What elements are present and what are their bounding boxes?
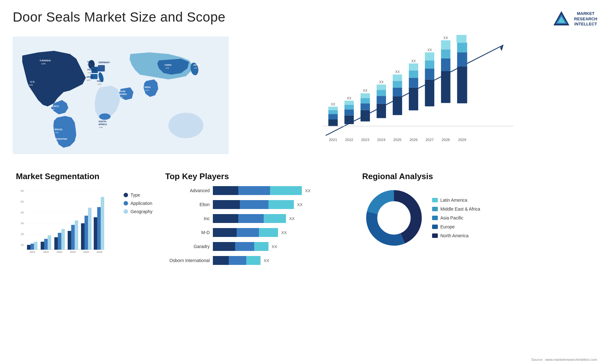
- legend-type: Type: [124, 192, 152, 198]
- players-chart: Advanced XX Elton: [165, 186, 349, 265]
- segmentation-legend: Type Application Geography: [124, 186, 152, 214]
- source-text: Source : www.marketresearchintellect.com: [531, 358, 597, 361]
- regional-legend: Latin America Middle East & Africa Asia …: [432, 198, 480, 238]
- svg-point-42: [168, 113, 203, 138]
- svg-rect-75: [409, 88, 418, 111]
- svg-text:2025: 2025: [393, 138, 402, 142]
- svg-text:XX: XX: [411, 59, 416, 63]
- svg-rect-69: [393, 96, 402, 115]
- logo-icon: [552, 10, 571, 29]
- bar-2023: 2023 XX: [361, 89, 370, 141]
- player-bar-osborn: XX: [213, 256, 349, 265]
- legend-europe-color: [432, 225, 438, 229]
- player-name-advanced: Advanced: [165, 188, 210, 193]
- player-bar-md: XX: [213, 228, 349, 237]
- svg-rect-78: [409, 64, 418, 71]
- legend-north-america-color: [432, 233, 438, 238]
- svg-text:40: 40: [21, 211, 24, 214]
- svg-rect-83: [425, 60, 434, 68]
- svg-text:ARABIA: ARABIA: [118, 93, 127, 95]
- svg-rect-84: [425, 52, 434, 60]
- svg-text:BRAZIL: BRAZIL: [55, 128, 63, 131]
- legend-north-america: North America: [432, 233, 480, 238]
- svg-text:xx%: xx%: [87, 79, 91, 81]
- svg-text:xx%: xx%: [98, 83, 101, 85]
- bottom-section: Market Segmentation 60 50 40 30 20 10: [10, 165, 600, 276]
- svg-text:xx%: xx%: [55, 131, 59, 133]
- svg-text:XX: XX: [347, 96, 351, 100]
- svg-rect-93: [457, 66, 467, 103]
- svg-text:2026: 2026: [410, 138, 418, 142]
- svg-rect-130: [85, 216, 88, 250]
- svg-text:xx%: xx%: [29, 84, 33, 86]
- top-players-section: Top Key Players Advanced XX Elt: [162, 168, 353, 273]
- legend-middle-east: Middle East & Africa: [432, 206, 480, 212]
- bar-2022: 2022 XX: [344, 96, 354, 142]
- segmentation-chart: 60 50 40 30 20 10: [16, 186, 117, 257]
- legend-latin-america: Latin America: [432, 198, 480, 203]
- player-row-advanced: Advanced XX: [165, 186, 349, 195]
- svg-rect-126: [71, 225, 75, 250]
- svg-text:2022: 2022: [43, 251, 49, 253]
- content-area: CANADA xx% U.S. xx% MEXICO xx% BRAZIL xx…: [0, 32, 610, 276]
- svg-text:CHINA: CHINA: [165, 64, 172, 66]
- svg-point-28: [99, 113, 111, 120]
- svg-rect-76: [409, 78, 418, 88]
- player-row-elton: Elton XX: [165, 200, 349, 209]
- map-svg: CANADA xx% U.S. xx% MEXICO xx% BRAZIL xx…: [13, 35, 229, 156]
- svg-rect-113: [27, 245, 30, 250]
- player-row-osborn: Osborn International XX: [165, 256, 349, 265]
- svg-text:2028: 2028: [442, 138, 450, 142]
- svg-text:2029: 2029: [458, 138, 466, 142]
- svg-text:2021: 2021: [30, 251, 35, 253]
- growth-bar-chart: 2021 XX 2022 XX 20: [238, 35, 594, 156]
- svg-rect-59: [361, 98, 370, 103]
- svg-text:2022: 2022: [345, 138, 353, 142]
- segmentation-content: 60 50 40 30 20 10: [16, 186, 152, 257]
- svg-rect-95: [457, 43, 467, 52]
- svg-text:SAUDI: SAUDI: [119, 90, 125, 92]
- svg-text:30: 30: [21, 222, 24, 225]
- svg-text:2023: 2023: [361, 138, 369, 142]
- svg-rect-77: [409, 71, 418, 78]
- svg-rect-72: [393, 75, 402, 81]
- svg-text:xx%: xx%: [51, 108, 55, 110]
- svg-rect-115: [34, 242, 37, 250]
- svg-text:xx%: xx%: [41, 63, 45, 65]
- legend-middle-east-color: [432, 207, 438, 211]
- player-row-md: M-D XX: [165, 228, 349, 237]
- svg-text:20: 20: [21, 233, 24, 236]
- legend-type-label: Type: [131, 192, 140, 198]
- legend-latin-america-label: Latin America: [440, 198, 467, 203]
- legend-app-label: Application: [131, 201, 152, 206]
- legend-europe-label: Europe: [440, 224, 455, 229]
- svg-text:GERMANY: GERMANY: [98, 61, 110, 64]
- svg-rect-48: [328, 107, 338, 110]
- player-xx-osborn: XX: [264, 258, 269, 263]
- player-bar-advanced: XX: [213, 186, 349, 195]
- regional-content: Latin America Middle East & Africa Asia …: [362, 186, 594, 250]
- player-xx-md: XX: [281, 230, 287, 235]
- canada-label: CANADA: [40, 59, 51, 62]
- svg-text:10: 10: [21, 243, 24, 246]
- player-bar-inc: XX: [213, 214, 349, 223]
- legend-app-dot: [124, 201, 128, 206]
- svg-text:XX: XX: [331, 102, 335, 106]
- player-xx-elton: XX: [297, 202, 302, 207]
- svg-text:xx%: xx%: [99, 64, 103, 66]
- regional-analysis-section: Regional Analysis: [359, 168, 597, 273]
- svg-rect-88: [441, 58, 451, 71]
- legend-asia-pacific: Asia Pacific: [432, 215, 480, 220]
- svg-rect-96: [457, 35, 467, 43]
- logo: MARKET RESEARCH INTELLECT: [552, 10, 597, 29]
- svg-text:JAPAN: JAPAN: [193, 64, 200, 66]
- bar-2024: 2024 XX: [376, 80, 386, 142]
- svg-text:MEXICO: MEXICO: [50, 105, 59, 107]
- svg-rect-65: [376, 90, 386, 96]
- svg-rect-131: [88, 208, 92, 250]
- svg-text:50: 50: [21, 200, 24, 203]
- regional-title: Regional Analysis: [362, 172, 594, 181]
- svg-text:60: 60: [21, 189, 24, 192]
- svg-rect-58: [361, 103, 370, 110]
- players-title: Top Key Players: [165, 172, 349, 181]
